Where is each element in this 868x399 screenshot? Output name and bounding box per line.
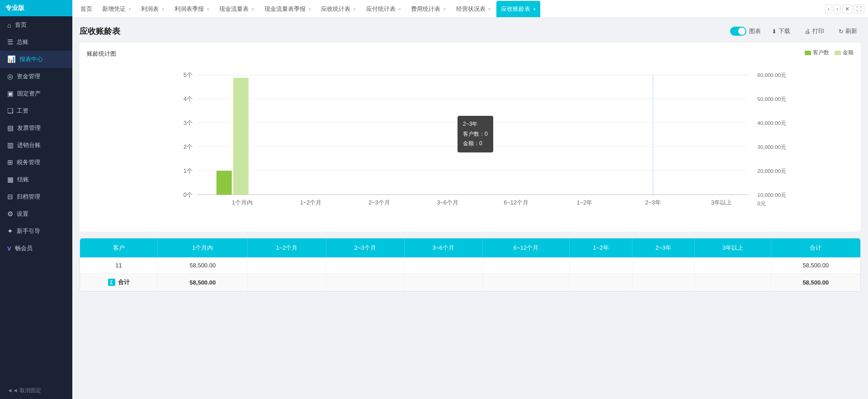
guide-icon: ✦ <box>7 227 13 235</box>
tab-profit-label: 利润表 <box>141 5 159 13</box>
tab-cashflow-close[interactable]: × <box>251 6 254 12</box>
tab-home[interactable]: 首页 <box>76 1 97 17</box>
tab-close-all-btn[interactable]: ✕ <box>842 5 852 14</box>
cell-m6-0 <box>570 257 632 274</box>
sidebar-item-closing[interactable]: ▦ 结账 <box>0 171 72 188</box>
tab-operation-close[interactable]: × <box>488 6 491 12</box>
tab-ar-aging-label: 应收账龄表 <box>501 5 530 13</box>
tab-expense-stats-label: 费用统计表 <box>411 5 440 13</box>
refresh-icon: ↻ <box>839 28 844 35</box>
cell-m1-0: 58,500.00 <box>158 257 248 274</box>
tab-prev-btn[interactable]: ‹ <box>825 5 832 14</box>
sidebar-label-ledger: 总账 <box>17 38 28 46</box>
tab-ap-stats[interactable]: 应付统计表 × <box>362 1 406 17</box>
svg-text:2个: 2个 <box>184 144 193 150</box>
cell-m4-0 <box>404 257 482 274</box>
sidebar-item-funds[interactable]: ◎ 资金管理 <box>0 68 72 85</box>
tab-operation-label: 经营状况表 <box>456 5 486 13</box>
col-m6: 1~2年 <box>570 238 632 257</box>
table-row: 11 58,500.00 58,500.00 <box>80 257 860 274</box>
app-logo: 专业版 <box>0 0 72 16</box>
sidebar-label-archive: 归档管理 <box>17 193 40 201</box>
tab-voucher-close[interactable]: × <box>128 6 131 12</box>
col-customer: 客户 <box>80 238 158 257</box>
tab-voucher[interactable]: 新增凭证 × <box>98 1 136 17</box>
sidebar-item-ledger[interactable]: ☰ 总账 <box>0 33 72 51</box>
funds-icon: ◎ <box>7 72 13 81</box>
download-label: 下载 <box>778 27 790 35</box>
collapse-sidebar-label: ◄◄ 取消固定 <box>7 387 41 394</box>
download-btn[interactable]: ⬇ 下载 <box>768 25 794 37</box>
ledger-icon: ☰ <box>7 38 13 46</box>
tab-profit-quarter-close[interactable]: × <box>207 6 209 12</box>
tab-cashflow-quarter[interactable]: 现金流量表季报 × <box>260 1 316 17</box>
col-m2: 1~2个月 <box>248 238 326 257</box>
svg-text:4个: 4个 <box>184 96 193 102</box>
svg-text:60,000.00元: 60,000.00元 <box>757 72 786 78</box>
svg-text:2~3个月: 2~3个月 <box>368 200 390 206</box>
svg-text:1~2个月: 1~2个月 <box>300 200 322 206</box>
tab-ap-stats-close[interactable]: × <box>398 6 401 12</box>
sidebar-label-salary: 工资 <box>17 107 28 115</box>
sidebar-item-stock[interactable]: ▥ 进销台账 <box>0 137 72 154</box>
print-btn[interactable]: 🖨 打印 <box>801 25 828 37</box>
sidebar-item-member[interactable]: V 畅会员 <box>0 240 72 257</box>
svg-text:3~6个月: 3~6个月 <box>437 200 458 206</box>
tab-cashflow-label: 现金流量表 <box>219 5 249 13</box>
tab-ar-aging[interactable]: 应收账龄表 × <box>496 1 540 17</box>
tab-operation[interactable]: 经营状况表 × <box>452 1 495 17</box>
col-m4: 3~6个月 <box>404 238 482 257</box>
svg-text:50,000.00元: 50,000.00元 <box>757 96 786 102</box>
sidebar-item-assets[interactable]: ▣ 固定资产 <box>0 85 72 102</box>
sidebar-item-archive[interactable]: ⊟ 归档管理 <box>0 188 72 205</box>
tab-voucher-label: 新增凭证 <box>102 5 126 13</box>
sidebar-item-home[interactable]: ⌂ 首页 <box>0 16 72 33</box>
sidebar-label-invoice: 发票管理 <box>17 124 41 132</box>
tab-profit-close[interactable]: × <box>161 6 164 12</box>
tax-icon: ⊞ <box>7 158 13 166</box>
sidebar-item-invoice[interactable]: ▤ 发票管理 <box>0 119 72 137</box>
tab-ar-stats-close[interactable]: × <box>353 6 356 12</box>
sidebar-label-guide: 新手引导 <box>17 227 40 235</box>
cell-m3-0 <box>326 257 404 274</box>
sidebar-item-guide[interactable]: ✦ 新手引导 <box>0 223 72 240</box>
home-icon: ⌂ <box>7 21 11 29</box>
tab-profit-quarter-label: 利润表季报 <box>175 5 204 13</box>
sidebar-item-salary[interactable]: ❑ 工资 <box>0 102 72 119</box>
print-icon: 🖨 <box>805 28 811 35</box>
total-label-cell: Σ 合计 <box>80 274 158 291</box>
collapse-sidebar-btn[interactable]: ◄◄ 取消固定 <box>0 382 72 399</box>
total-m4 <box>404 274 482 291</box>
tab-cashflow-quarter-close[interactable]: × <box>308 6 311 12</box>
tab-next-btn[interactable]: › <box>834 5 841 14</box>
sidebar-item-reports[interactable]: 📊 报表中心 <box>0 51 72 68</box>
sidebar-item-settings[interactable]: ⚙ 设置 <box>0 205 72 223</box>
tab-ar-stats-label: 应收统计表 <box>321 5 350 13</box>
table-total-row: Σ 合计 58,500.00 58,500.00 <box>80 274 860 291</box>
chart-toggle[interactable] <box>730 27 746 36</box>
tab-profit-quarter[interactable]: 利润表季报 × <box>170 1 214 17</box>
tab-expense-stats[interactable]: 费用统计表 × <box>406 1 450 17</box>
settings-icon: ⚙ <box>7 210 13 218</box>
svg-text:6~12个月: 6~12个月 <box>504 200 528 206</box>
svg-text:3年以上: 3年以上 <box>711 200 732 206</box>
tab-profit[interactable]: 利润表 × <box>137 1 169 17</box>
tab-cashflow[interactable]: 现金流量表 × <box>215 1 259 17</box>
tab-ar-stats[interactable]: 应收统计表 × <box>316 1 360 17</box>
sidebar: 专业版 ⌂ 首页 ☰ 总账 📊 报表中心 ◎ 资金管理 ▣ 固定资产 ❑ 工资 … <box>0 0 72 399</box>
sidebar-item-tax[interactable]: ⊞ 税务管理 <box>0 154 72 171</box>
tab-ar-aging-close[interactable]: × <box>533 6 536 12</box>
svg-text:10,000.00元: 10,000.00元 <box>757 192 786 198</box>
tab-expand-btn[interactable]: ⛶ <box>854 5 864 14</box>
sidebar-label-settings: 设置 <box>17 210 28 218</box>
total-m5 <box>482 274 569 291</box>
col-m7: 2~3年 <box>632 238 695 257</box>
data-table: 客户 1个月内 1~2个月 2~3个月 3~6个月 6~12个月 1~2年 2~… <box>80 238 861 292</box>
sidebar-label-funds: 资金管理 <box>17 72 40 81</box>
sidebar-label-assets: 固定资产 <box>17 90 41 98</box>
legend-count-color <box>805 51 811 55</box>
refresh-btn[interactable]: ↻ 刷新 <box>835 25 861 37</box>
sidebar-label-reports: 报表中心 <box>19 55 43 63</box>
tab-expense-stats-close[interactable]: × <box>443 6 446 12</box>
tab-bar: 首页 新增凭证 × 利润表 × 利润表季报 × 现金流量表 × 现金流量表季报 … <box>72 0 868 18</box>
